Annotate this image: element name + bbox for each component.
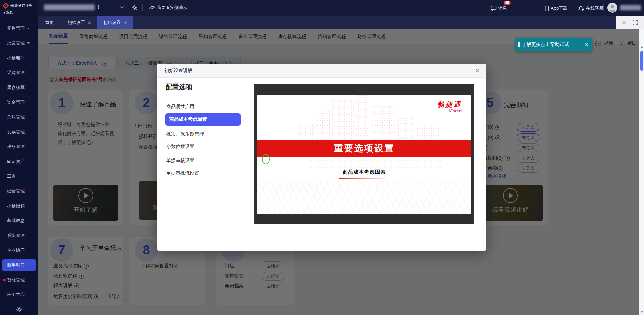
sidebar-item-funds[interactable]: 资金管理	[0, 95, 38, 110]
modal-title: 初始设置讲解	[164, 68, 192, 74]
option-doc-audit[interactable]: 单据审核设置	[166, 158, 194, 164]
tab-initial-setup-2[interactable]: 初始设置✕	[97, 16, 133, 29]
skyline-dots	[397, 117, 415, 140]
sidebar-item-payroll[interactable]: 工资	[0, 169, 38, 184]
tooltip-close-icon[interactable]: ✕	[585, 42, 589, 47]
divider	[142, 4, 143, 11]
brand-edition: 专业版	[3, 10, 37, 15]
messages-badge: 65	[504, 1, 511, 5]
close-all-icon[interactable]: ✕	[622, 20, 627, 26]
caption-underline	[339, 178, 389, 179]
messages-button[interactable]: 消息	[491, 5, 507, 11]
option-batch-shelf-life[interactable]: 批次、保质期管理	[166, 131, 204, 137]
skyline-dots	[372, 105, 396, 140]
option-cost-factors-selected[interactable]: 商品成本考虑因素	[165, 113, 241, 126]
sidebar-item-wholesale[interactable]: 批发管理	[0, 36, 38, 50]
sidebar-item-operations[interactable]: 经营管理	[0, 184, 38, 199]
window-tab-bar: 首页 初始设置✕ 初始设置✕ ✕	[38, 16, 644, 29]
skyline-dots	[297, 123, 315, 140]
company-name-redacted	[44, 4, 95, 10]
sidebar-item-retail[interactable]: 零售管理	[0, 21, 38, 36]
sidebar-item-tax[interactable]: 税务管理	[0, 139, 38, 154]
scroll-down-icon[interactable]: ▼	[639, 310, 644, 314]
demo-link[interactable]: 我要看实例演示	[149, 5, 187, 11]
sidebar-item-ecommerce[interactable]: 小畅电商	[0, 50, 38, 65]
username-redacted	[620, 5, 641, 10]
skyline-dots	[355, 95, 370, 140]
skyline-dots	[317, 110, 330, 140]
phone-icon	[545, 6, 549, 11]
caret-down-icon	[27, 28, 30, 29]
modal-close-icon[interactable]: ✕	[475, 68, 480, 74]
tab-initial-setup-1[interactable]: 初始设置✕	[62, 16, 97, 29]
close-tab-icon[interactable]: ✕	[88, 20, 91, 25]
avatar[interactable]	[607, 3, 617, 13]
chanjet-logo: 畅捷通 Chanjet	[437, 100, 462, 112]
option-approval-flow[interactable]: 单据审批流设置	[166, 170, 199, 176]
skyline-dots	[416, 125, 440, 140]
sidebar-item-inventory[interactable]: 库存核算	[0, 80, 38, 95]
sidebar-item-fixed-assets[interactable]: 固定资产	[0, 154, 38, 169]
annotation-green-circle	[262, 154, 270, 164]
help-tooltip: 了解更多点击帮助试试 ✕	[515, 38, 592, 51]
tooltip-accent-bar	[518, 42, 520, 47]
brand-logo-icon	[2, 2, 9, 9]
sidebar-item-system[interactable]: 系统管理	[0, 228, 38, 243]
tab-bar-controls: ✕	[616, 16, 644, 29]
sidebar-item-purchase[interactable]: 采购管理	[0, 65, 38, 80]
sidebar-item-ledger[interactable]: 总账管理	[0, 110, 38, 125]
app-download-button[interactable]: App下载	[545, 5, 567, 11]
scroll-up-icon[interactable]: ▲	[639, 45, 644, 48]
divider	[603, 4, 604, 11]
headset-icon	[578, 6, 584, 11]
message-bubble-icon	[491, 6, 497, 11]
company-suffix: !	[98, 4, 99, 10]
slide: 畅捷通 Chanjet 重要选项设置 商品成本考虑因素	[257, 95, 471, 214]
app-window: 初始设置 零售商城流程 项目合同流程 销售管理流程 采购管理流程 资金管理流程 …	[0, 0, 644, 315]
chevron-down-icon[interactable]	[120, 6, 124, 9]
fullscreen-icon[interactable]	[633, 20, 638, 25]
slide-banner: 重要选项设置	[257, 140, 471, 157]
modal-header: 初始设置讲解 ✕	[157, 64, 486, 78]
sidebar-item-invoice[interactable]: 发票管理	[0, 125, 38, 139]
scrollbar-thumb[interactable]	[640, 51, 643, 71]
planet-icon	[149, 5, 155, 11]
circuit-graphic	[257, 181, 471, 214]
skyline-dots	[308, 159, 442, 168]
initial-setup-modal: 初始设置讲解 ✕ 配置选项 商品属性启用 商品成本考虑因素 批次、保质期管理 小…	[157, 64, 486, 251]
brand-title: 畅捷通好业财	[10, 3, 33, 8]
logo-area: 畅捷通好业财 专业版	[0, 0, 38, 19]
slide-caption: 商品成本考虑因素	[257, 169, 471, 175]
slide-frame: 畅捷通 Chanjet 重要选项设置 商品成本考虑因素	[254, 84, 474, 224]
options-title: 配置选项	[166, 82, 192, 92]
tab-home[interactable]: 首页	[38, 16, 62, 29]
sidebar-menu: 零售管理 批发管理 小畅电商 采购管理 库存核算 资金管理 总账管理 发票管理 …	[0, 21, 38, 302]
sidebar: 畅捷通好业财 专业版 零售管理 批发管理 小畅电商 采购管理 库存核算 资金管理…	[0, 0, 38, 315]
company-select-underline	[44, 12, 117, 12]
close-tab-icon[interactable]: ✕	[123, 20, 127, 25]
settings-gear-icon[interactable]	[132, 5, 138, 11]
notification-dot	[3, 279, 6, 281]
online-service-button[interactable]: 在线客服	[578, 5, 603, 11]
vertical-scrollbar[interactable]: ▲ ▼	[639, 29, 644, 315]
sidebar-item-beginner-guide[interactable]: 新手引导	[0, 258, 38, 273]
sidebar-item-basic-info[interactable]: 基础信息	[0, 213, 38, 228]
topbar: ! 我要看实例演示 消息 65 App下载	[38, 0, 644, 16]
sidebar-item-collaboration[interactable]: 企业协同	[0, 243, 38, 258]
sidebar-item-app-center[interactable]: 应用中心	[0, 287, 38, 302]
caret-down-icon	[27, 42, 30, 44]
option-product-attrs[interactable]: 商品属性启用	[166, 104, 194, 110]
sidebar-item-expense[interactable]: 小畅报销	[0, 199, 38, 213]
sidebar-settings-gear-icon[interactable]	[0, 306, 38, 312]
option-decimal-places[interactable]: 小数位数设置	[166, 144, 194, 150]
skyline-dots	[331, 99, 354, 140]
tooltip-text: 了解更多点击帮助试试	[522, 42, 585, 48]
sidebar-item-smart-mgmt[interactable]: 智能管理	[0, 273, 38, 287]
